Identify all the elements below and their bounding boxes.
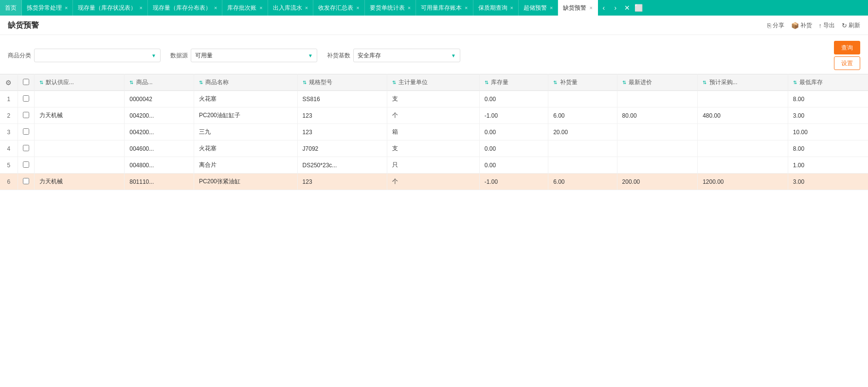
row-supplier-1 [34,91,125,107]
select-all-checkbox[interactable] [23,79,29,85]
row-unit-2: 个 [387,107,480,124]
tab-overstock[interactable]: 超储预警 × [519,0,558,16]
row-spec-4: J7092 [297,141,387,157]
th-supplier: ⇅ 默认供应... [34,74,125,91]
replenish-base-arrow-icon: ▼ [451,53,456,58]
row-select-checkbox-4[interactable] [23,145,29,151]
row-code-2: 004200... [125,107,194,124]
row-stock-3: 0.00 [479,124,548,141]
row-min-stock-5: 1.00 [788,157,868,174]
category-label: 商品分类 [8,52,31,60]
tab-batch[interactable]: 库存批次账 × [222,0,268,16]
row-estimated-6: 1200.00 [698,174,788,190]
sort-supplier-icon[interactable]: ⇅ [39,80,43,85]
sort-estimated-icon[interactable]: ⇅ [703,80,706,85]
row-spec-1: SS816 [297,91,387,107]
tab-receivepay[interactable]: 收发存汇总表 × [313,0,364,16]
row-stock-5: 0.00 [479,157,548,174]
sort-spec-icon[interactable]: ⇅ [303,80,307,85]
row-unit-6: 个 [387,174,480,190]
row-replenish-2: 6.00 [548,107,617,124]
row-code-6: 801110... [125,174,194,190]
sort-code-icon[interactable]: ⇅ [129,80,133,85]
datasource-select[interactable]: 可用量 ▼ [191,49,317,62]
close-tab-abnormal[interactable]: × [65,5,68,11]
tab-expiry[interactable]: 保质期查询 × [473,0,519,16]
row-unit-3: 箱 [387,124,480,141]
settings-button[interactable]: 设置 [834,56,860,70]
header-actions: ⎘ 分享 📦 补货 ↑ 导出 ↻ 刷新 [767,21,861,30]
replenish-base-label: 补货基数 [327,52,350,60]
row-checkbox-5 [18,157,34,174]
row-checkbox-3 [18,124,34,141]
close-tab-inout[interactable]: × [305,5,308,11]
close-tab-expiry[interactable]: × [510,5,513,11]
row-select-checkbox-6[interactable] [23,178,29,184]
row-estimated-4 [698,141,788,157]
row-spec-5: DS250*23c... [297,157,387,174]
table-row: 1 0000042 火花塞 SS816 支 0.00 8.00 [0,91,868,107]
row-supplier-3 [34,124,125,141]
sort-name-icon[interactable]: ⇅ [199,80,203,85]
table-container: ⚙ ⇅ 默认供应... ⇅ 商品... ⇅ 商品名称 [0,74,868,190]
tab-nav-close[interactable]: ✕ [621,0,633,16]
row-estimated-3 [698,124,788,141]
replenish-button[interactable]: 📦 补货 [791,21,812,30]
close-tab-demand[interactable]: × [408,5,411,11]
table-row: 4 004600... 火花塞 J7092 支 0.00 8.00 [0,141,868,157]
row-min-stock-3: 10.00 [788,124,868,141]
tab-abnormal[interactable]: 拣货异常处理 × [22,0,73,16]
sort-stock-icon[interactable]: ⇅ [485,80,488,85]
row-select-checkbox-3[interactable] [23,128,29,135]
close-tab-overstock[interactable]: × [550,5,553,11]
table-header-row: ⚙ ⇅ 默认供应... ⇅ 商品... ⇅ 商品名称 [0,74,868,91]
share-button[interactable]: ⎘ 分享 [767,21,784,30]
row-spec-6: 123 [297,174,387,190]
close-tab-receivepay[interactable]: × [356,5,359,11]
category-arrow-icon: ▼ [151,53,156,58]
sort-latest-price-icon[interactable]: ⇅ [622,80,626,85]
close-tab-shortage[interactable]: × [589,5,592,11]
row-estimated-1 [698,91,788,107]
table-body: 1 0000042 火花塞 SS816 支 0.00 8.00 2 力天机械 0… [0,91,868,190]
row-num-6: 6 [0,174,18,190]
replenish-base-filter-group: 补货基数 安全库存 ▼ [327,49,460,62]
row-unit-4: 支 [387,141,480,157]
row-select-checkbox-5[interactable] [23,161,29,168]
close-tab-batch[interactable]: × [259,5,262,11]
sort-min-stock-icon[interactable]: ⇅ [793,80,797,85]
tab-inout[interactable]: 出入库流水 × [268,0,313,16]
export-button[interactable]: ↑ 导出 [819,21,835,30]
category-select[interactable]: ▼ [34,49,161,62]
gear-settings-icon[interactable]: ⚙ [5,79,12,87]
row-latest-price-1 [617,91,698,107]
close-tab-inventory-dist[interactable]: × [214,5,217,11]
sort-replenish-icon[interactable]: ⇅ [553,80,557,85]
row-spec-2: 123 [297,107,387,124]
tab-inventory-dist[interactable]: 现存量（库存分布表） × [148,0,222,16]
tab-nav-next[interactable]: › [610,0,621,16]
tab-available[interactable]: 可用量库存账本 × [416,0,473,16]
th-unit: ⇅ 主计量单位 [387,74,480,91]
row-select-checkbox-2[interactable] [23,112,29,118]
replenish-icon: 📦 [791,22,799,29]
query-button[interactable]: 查询 [834,41,860,54]
th-name: ⇅ 商品名称 [194,74,298,91]
sort-unit-icon[interactable]: ⇅ [392,80,396,85]
tab-nav-maximize[interactable]: ⬜ [633,0,645,16]
row-select-checkbox-1[interactable] [23,95,29,102]
row-checkbox-6 [18,174,34,190]
tab-demand[interactable]: 要货单统计表 × [365,0,416,16]
tab-nav-prev[interactable]: ‹ [598,0,610,16]
close-tab-inventory-status[interactable]: × [139,5,142,11]
replenish-base-select[interactable]: 安全库存 ▼ [353,49,460,62]
close-tab-available[interactable]: × [465,5,468,11]
row-min-stock-6: 3.00 [788,174,868,190]
tab-shortage[interactable]: 缺货预警 × [558,0,597,16]
tab-inventory-status[interactable]: 现存量（库存状况表） × [73,0,147,16]
tab-home[interactable]: 首页 [0,0,22,16]
main-content: 缺货预警 ⎘ 分享 📦 补货 ↑ 导出 ↻ 刷新 商品分类 [0,16,868,387]
row-num-2: 2 [0,107,18,124]
refresh-button[interactable]: ↻ 刷新 [842,21,860,30]
row-num-4: 4 [0,141,18,157]
